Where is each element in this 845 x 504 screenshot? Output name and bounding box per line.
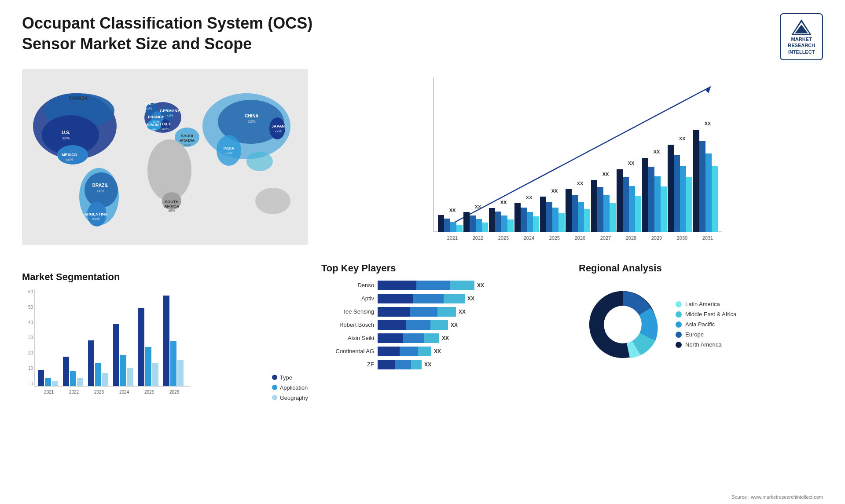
player-name-zf: ZF [321,361,374,368]
player-name-denso: Denso [321,282,374,289]
donut-chart-svg [579,281,667,369]
svg-text:xx%: xx% [96,189,104,193]
legend-europe: Europe [676,331,736,338]
svg-text:XX: XX [526,195,533,200]
svg-rect-86 [540,197,546,232]
svg-rect-92 [566,189,572,232]
svg-rect-139 [95,363,101,386]
logo-icon [790,18,812,36]
legend-geography: Geography [272,394,308,401]
legend-dot-type [272,375,277,380]
svg-rect-132 [52,381,58,386]
regional-title: Regional Analysis [579,263,819,274]
svg-text:2022: 2022 [473,235,483,241]
svg-rect-105 [623,177,629,232]
svg-text:xx%: xx% [248,119,255,124]
svg-point-25 [255,188,290,214]
svg-point-24 [246,152,273,171]
svg-text:2021: 2021 [447,235,458,241]
player-name-bosch: Robert Bosch [321,321,374,328]
svg-text:2023: 2023 [94,390,104,394]
svg-rect-94 [578,202,584,232]
y-label-10: 10 [28,366,33,371]
player-name-aisin: Aisin Seiki [321,335,374,341]
y-label-30: 30 [28,335,33,340]
player-name-iee: Iee Sensing [321,308,374,315]
player-row-bosch: Robert Bosch XX [321,320,561,330]
svg-text:INDIA: INDIA [224,146,235,150]
label-latin-america: Latin America [685,301,720,307]
svg-text:2025: 2025 [144,390,154,394]
y-label-50: 50 [28,305,33,310]
svg-text:ARGENTINA: ARGENTINA [84,212,108,216]
player-row-continental: Continental AG XX [321,347,561,356]
dot-north-america [676,342,682,348]
legend-application: Application [272,384,308,391]
player-xx-aisin: XX [442,335,449,341]
seg-legend: Type Application Geography [268,374,308,401]
player-row-iee: Iee Sensing XX [321,307,561,317]
growth-chart-container: XX 2021 XX 2022 XX 2023 [326,73,814,258]
svg-rect-106 [629,186,635,232]
svg-rect-111 [648,167,654,232]
player-bar-iee: XX [378,307,561,317]
svg-rect-119 [686,177,692,232]
svg-text:2022: 2022 [69,390,79,394]
legend-mea: Middle East & Africa [676,311,736,318]
svg-rect-100 [603,195,610,232]
svg-text:2024: 2024 [524,235,534,241]
svg-text:ITALY: ITALY [160,122,171,126]
svg-rect-150 [163,296,169,386]
svg-text:xx%: xx% [162,127,169,131]
svg-rect-131 [45,378,51,386]
legend-label-type: Type [280,374,292,381]
svg-rect-65 [456,225,463,232]
svg-text:2024: 2024 [119,390,129,394]
svg-text:xx%: xx% [74,102,82,106]
svg-rect-151 [170,341,176,386]
page-title: Occupant Classification System (OCS) Sen… [22,13,330,55]
segmentation-section: Market Segmentation 60 50 40 30 20 10 0 [22,267,308,405]
svg-text:CANADA: CANADA [69,96,88,101]
player-xx-iee: XX [459,309,466,315]
svg-rect-140 [102,373,108,386]
dot-mea [676,311,682,318]
legend-label-application: Application [280,384,308,391]
svg-rect-142 [113,324,119,386]
svg-point-155 [604,306,642,343]
svg-rect-104 [617,169,623,232]
svg-text:SPAIN: SPAIN [147,123,159,127]
svg-rect-74 [489,208,495,232]
y-label-40: 40 [28,320,33,325]
bottom-left: Market Segmentation 60 50 40 30 20 10 0 [22,263,308,487]
svg-rect-81 [521,208,527,232]
dot-latin-america [676,301,682,307]
dot-europe [676,332,682,338]
svg-rect-148 [152,363,158,386]
svg-rect-93 [572,195,578,232]
svg-rect-117 [674,155,680,232]
segmentation-title: Market Segmentation [22,271,308,283]
svg-text:FRANCE: FRANCE [148,115,165,119]
svg-rect-71 [482,223,488,232]
svg-rect-135 [70,371,76,386]
donut-container: Latin America Middle East & Africa Asia … [579,281,819,369]
svg-text:XX: XX [628,161,635,166]
svg-rect-130 [38,370,44,386]
svg-text:U.S.: U.S. [62,130,70,135]
player-row-zf: ZF XX [321,360,561,369]
svg-rect-107 [635,196,641,232]
svg-rect-134 [63,357,69,386]
y-label-20: 20 [28,351,33,355]
svg-rect-77 [507,219,514,232]
svg-text:XX: XX [577,181,584,186]
svg-text:U.K.: U.K. [145,102,153,106]
svg-rect-76 [501,215,507,232]
svg-point-18 [147,139,191,201]
map-section: CANADA xx% U.S. xx% MEXICO xx% BRAZIL xx… [22,69,308,254]
svg-rect-83 [533,216,539,232]
label-europe: Europe [685,331,704,338]
player-bar-bosch: XX [378,320,561,330]
svg-rect-70 [476,219,482,232]
header: Occupant Classification System (OCS) Sen… [22,13,823,60]
